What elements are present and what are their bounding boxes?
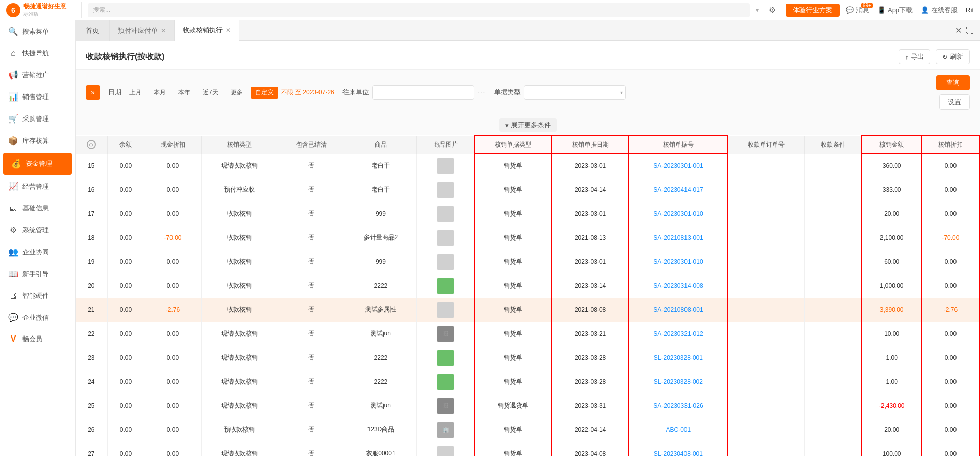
- app-download-btn[interactable]: 📱 App下载: [877, 6, 913, 15]
- sidebar-item-base[interactable]: 🗂 基础信息: [0, 198, 75, 219]
- cell-product: 老白干: [345, 154, 417, 178]
- col-bill-no: 核销单据号: [629, 136, 727, 154]
- counterpart-input[interactable]: [372, 85, 474, 100]
- cell-bill-no[interactable]: SA-20230331-026: [629, 394, 727, 418]
- cell-product-img: [417, 178, 474, 202]
- app-sub: 标准版: [23, 11, 66, 18]
- search-input[interactable]: 搜索...: [88, 3, 750, 17]
- sidebar-item-member[interactable]: V 畅会员: [0, 328, 75, 350]
- tab-prepay[interactable]: 预付冲应付单 ✕: [110, 20, 175, 41]
- col-receipt-order: 收款单订单号: [727, 136, 804, 154]
- date-this-year-btn[interactable]: 本年: [174, 87, 195, 99]
- sidebar-item-system[interactable]: ⚙ 系统管理: [0, 219, 75, 241]
- cell-cash-discount: 0.00: [144, 178, 201, 202]
- tab-home[interactable]: 首页: [76, 20, 110, 41]
- cell-bill-no[interactable]: SA-20230321-012: [629, 322, 727, 346]
- cell-bill-no[interactable]: ABC-001: [629, 418, 727, 442]
- sidebar-item-search[interactable]: 🔍 搜索菜单: [0, 20, 75, 42]
- sidebar-item-guide[interactable]: 📖 新手引导: [0, 263, 75, 285]
- cell-included-settled: 否: [278, 154, 345, 178]
- cell-bill-no[interactable]: SA-20230414-017: [629, 178, 727, 202]
- cell-bill-no[interactable]: SA-20230301-010: [629, 202, 727, 226]
- tab-receipt[interactable]: 收款核销执行 ✕: [175, 20, 239, 41]
- cell-bill-no[interactable]: SA-20210808-001: [629, 298, 727, 322]
- cell-receipt-cond: [804, 394, 862, 418]
- cell-bill-no[interactable]: SA-20230301-001: [629, 154, 727, 178]
- tab-expand-icon[interactable]: ⛶: [966, 26, 974, 35]
- cell-receipt-cond: [804, 370, 862, 394]
- cell-product: 测试jun: [345, 322, 417, 346]
- refresh-btn[interactable]: ↻ 刷新: [936, 49, 970, 64]
- order-type-select[interactable]: [524, 85, 626, 100]
- cell-receipt-cond: [804, 442, 862, 456]
- online-service-btn[interactable]: 👤 在线客服: [921, 6, 958, 15]
- filter-toggle-btn[interactable]: »: [86, 85, 100, 100]
- cell-product-img: [417, 202, 474, 226]
- username: Rit: [966, 6, 974, 14]
- cell-bill-date: 2021-08-08: [552, 298, 629, 322]
- sidebar-item-sales[interactable]: 📊 销售管理: [0, 86, 75, 108]
- page-title: 收款核销执行(按收款): [86, 52, 165, 62]
- sidebar-item-operation[interactable]: 📈 经营管理: [0, 176, 75, 198]
- sidebar-item-inventory[interactable]: 📦 库存核算: [0, 130, 75, 152]
- cell-balance: 0.00: [107, 226, 144, 250]
- cell-bill-no[interactable]: SA-20230314-008: [629, 274, 727, 298]
- date-last-month-btn[interactable]: 上月: [125, 87, 146, 99]
- cell-cash-discount: 0.00: [144, 394, 201, 418]
- cell-verify-type: 收款核销: [201, 250, 278, 274]
- sidebar-item-purchase[interactable]: 🛒 采购管理: [0, 108, 75, 130]
- cell-verify-type: 预付冲应收: [201, 178, 278, 202]
- sidebar-item-marketing[interactable]: 📢 营销推广: [0, 64, 75, 86]
- cell-no: 16: [76, 178, 107, 202]
- table-row: 26 0.00 0.00 预收款核销 否 123D商品 🏢 销货单 2022-0…: [76, 418, 979, 442]
- cell-amount: 333.00: [862, 178, 921, 202]
- date-this-month-btn[interactable]: 本月: [149, 87, 170, 99]
- cell-bill-no[interactable]: SL-20230328-002: [629, 370, 727, 394]
- cell-amount: 360.00: [862, 154, 921, 178]
- system-icon: ⚙: [8, 225, 18, 235]
- sidebar-item-finance[interactable]: 💰 资金管理: [3, 153, 72, 175]
- table-row: 18 0.00 -70.00 收款核销 否 多计量商品2 销货单 2021-08…: [76, 226, 979, 250]
- cell-amount: 20.00: [862, 418, 921, 442]
- sidebar-item-nav[interactable]: ⌂ 快捷导航: [0, 42, 75, 64]
- date-7days-btn[interactable]: 近7天: [198, 87, 223, 99]
- dropdown-arrow-icon[interactable]: ▾: [756, 7, 759, 14]
- tab-prepay-close[interactable]: ✕: [161, 27, 166, 34]
- cell-product-img: [417, 154, 474, 178]
- cell-verify-type: 现结收款核销: [201, 394, 278, 418]
- sidebar-item-corp[interactable]: 👥 企业协同: [0, 241, 75, 263]
- cell-no: 21: [76, 298, 107, 322]
- cell-balance: 0.00: [107, 370, 144, 394]
- cell-amount: 10.00: [862, 322, 921, 346]
- table-row: 17 0.00 0.00 收款核销 否 999 销货单 2023-03-01 S…: [76, 202, 979, 226]
- table-row: 15 0.00 0.00 现结收款核销 否 老白干 销货单 2023-03-01…: [76, 154, 979, 178]
- cell-bill-no[interactable]: SL-20230328-001: [629, 346, 727, 370]
- industry-btn[interactable]: 体验行业方案: [786, 4, 840, 17]
- table-row: 24 0.00 0.00 现结收款核销 否 2222 销货单 2023-03-2…: [76, 370, 979, 394]
- cell-bill-no[interactable]: SL-20230408-001: [629, 442, 727, 456]
- cell-verify-type: 收款核销: [201, 298, 278, 322]
- cell-cash-discount: -70.00: [144, 226, 201, 250]
- settings-icon[interactable]: ⚙: [765, 3, 779, 17]
- sidebar-item-wechat[interactable]: 💬 企业微信: [0, 306, 75, 328]
- export-btn[interactable]: ↑ 导出: [899, 49, 931, 64]
- tab-receipt-close[interactable]: ✕: [226, 27, 231, 34]
- cell-cash-discount: -2.76: [144, 298, 201, 322]
- date-more-btn[interactable]: 更多: [226, 87, 248, 99]
- cell-bill-no[interactable]: SA-20230301-010: [629, 250, 727, 274]
- main-content: 首页 预付冲应付单 ✕ 收款核销执行 ✕ ✕ ⛶ 收款核销执行(按收款) ↑: [76, 20, 980, 456]
- cell-bill-type: 销货单: [474, 442, 552, 456]
- cell-bill-type: 销货单: [474, 250, 552, 274]
- table-settings-btn[interactable]: 设置: [939, 94, 970, 110]
- cell-bill-no[interactable]: SA-20210813-001: [629, 226, 727, 250]
- expand-filter-btn[interactable]: ▾ 展开更多条件: [499, 118, 557, 132]
- sidebar-item-hardware[interactable]: 🖨 智能硬件: [0, 285, 75, 306]
- table-row: 20 0.00 0.00 收款核销 否 2222 销货单 2023-03-14 …: [76, 274, 979, 298]
- page-actions: ↑ 导出 ↻ 刷新: [899, 49, 970, 64]
- query-btn[interactable]: 查询: [936, 75, 970, 90]
- col-settings[interactable]: ⚙: [76, 136, 107, 154]
- table-row: 16 0.00 0.00 预付冲应收 否 老白干 销货单 2023-04-14 …: [76, 178, 979, 202]
- date-custom-btn[interactable]: 自定义: [251, 87, 278, 99]
- message-btn[interactable]: 💬 消息 99+: [846, 6, 869, 15]
- tab-close-all-icon[interactable]: ✕: [955, 26, 962, 35]
